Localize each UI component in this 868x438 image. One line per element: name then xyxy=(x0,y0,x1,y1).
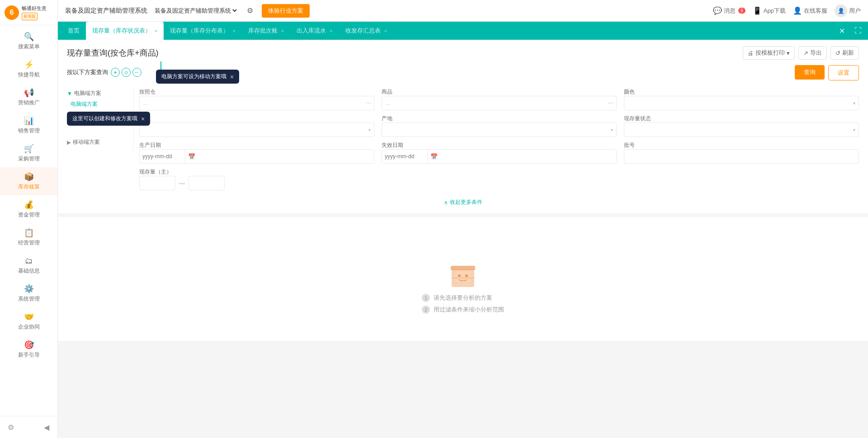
set-button[interactable]: 设置 xyxy=(828,65,859,80)
marketing-icon: 📢 xyxy=(24,88,34,98)
filter-size: 尺码 ▾ xyxy=(139,115,374,137)
template-print-label: 按模板打印 xyxy=(755,49,785,57)
sidebar-item-label-search: 搜索菜单 xyxy=(18,43,40,51)
production-date-cal-icon[interactable]: 📅 xyxy=(185,150,198,163)
batch-no-input[interactable] xyxy=(624,149,859,164)
sidebar-item-label-base: 基础信息 xyxy=(18,267,40,275)
expire-date-start[interactable] xyxy=(382,150,427,163)
tab-recv-summary[interactable]: 收发存汇总表 × xyxy=(339,22,393,40)
tooltip1-text: 电脑方案可设为移动方案哦 xyxy=(161,73,226,80)
template-print-button[interactable]: 🖨 按模板打印 ▾ xyxy=(743,46,795,60)
filter-inventory-amount: 现存量（主） — xyxy=(139,168,225,190)
sidebar-item-finance[interactable]: 💰 资金管理 xyxy=(0,195,57,223)
origin-input[interactable] xyxy=(382,122,617,137)
size-input[interactable] xyxy=(139,122,374,137)
sidebar-item-label-enterprise: 企业协同 xyxy=(18,323,40,331)
query-button[interactable]: 查询 xyxy=(795,65,825,80)
tab-inventory-dist[interactable]: 现存量（库存分布表） × xyxy=(164,22,241,40)
warehouse-more-icon[interactable]: ··· xyxy=(366,99,372,107)
inventory-status-input[interactable] xyxy=(624,122,859,137)
user-action[interactable]: 👤 用户 xyxy=(835,5,861,17)
header-settings-icon[interactable]: ⚙ xyxy=(244,5,256,17)
tab-home[interactable]: 首页 xyxy=(61,22,86,40)
sidebar-collapse-icon[interactable]: ◀ xyxy=(40,421,53,433)
sidebar-item-guide[interactable]: 🎯 新手引导 xyxy=(0,335,57,363)
sidebar-item-system[interactable]: ⚙️ 系统管理 xyxy=(0,279,57,307)
system-select[interactable]: 装备及固定资产辅助管理系统 xyxy=(153,7,238,14)
hint-num-2: 2 xyxy=(422,306,430,314)
inventory-icon: 📦 xyxy=(24,172,34,182)
desktop-scheme-item[interactable]: 电脑端方案 xyxy=(67,99,128,110)
finance-icon: 💰 xyxy=(24,200,34,210)
add-scheme-button[interactable]: + xyxy=(111,68,120,77)
system-name: 装备及固定资产辅助管理系统 xyxy=(65,7,147,15)
template-dropdown-icon: ▾ xyxy=(787,50,790,57)
tab-fullscreen-icon[interactable]: ⛶ xyxy=(852,24,864,37)
production-date-start[interactable] xyxy=(140,150,185,163)
expire-date-label: 失效日期 xyxy=(382,141,617,149)
expire-date-cal-icon[interactable]: 📅 xyxy=(427,150,440,163)
empty-illustration xyxy=(443,253,483,294)
avatar: 👤 xyxy=(835,5,847,17)
scheme-panel: ▼ 电脑端方案 电脑端方案 这里可以创建和修改方案哦 × xyxy=(67,88,134,150)
inventory-amount-min[interactable] xyxy=(139,176,175,190)
logo: 6 畅通好生意 标准版 xyxy=(0,0,57,25)
tab-inventory-dist-label: 现存量（库存分布表） xyxy=(170,27,229,35)
sidebar-item-label-sales: 销售管理 xyxy=(18,127,40,135)
sidebar-bottom: ⚙ ◀ xyxy=(0,416,57,438)
tab-inventory-status-close[interactable]: × xyxy=(155,28,157,33)
refresh-button[interactable]: ↺ 刷新 xyxy=(830,46,859,60)
sidebar-item-enterprise[interactable]: 🤝 企业协同 xyxy=(0,307,57,335)
sidebar-item-label-inventory: 库存核算 xyxy=(18,183,40,191)
collapse-button[interactable]: ∧ 收起更多条件 xyxy=(444,198,482,206)
filter-label-text: 按以下方案查询 xyxy=(67,68,108,76)
export-button[interactable]: ↗ 导出 xyxy=(798,46,827,60)
sidebar-item-marketing[interactable]: 📢 营销推广 xyxy=(0,83,57,111)
industry-button[interactable]: 体验行业方案 xyxy=(262,4,310,18)
back-scheme-button[interactable]: ← xyxy=(132,68,142,77)
goods-more-icon[interactable]: ··· xyxy=(608,99,614,107)
color-input[interactable] xyxy=(624,96,859,110)
tab-in-out-flow-close[interactable]: × xyxy=(330,28,332,33)
copy-scheme-button[interactable]: ⊙ xyxy=(122,68,131,77)
tab-in-out-flow[interactable]: 出入库流水 × xyxy=(290,22,339,40)
mobile-scheme-toggle[interactable]: ▶ 移动端方案 xyxy=(67,137,128,147)
tab-batch-ledger-close[interactable]: × xyxy=(281,28,284,33)
size-label: 尺码 xyxy=(139,115,374,122)
online-support-action[interactable]: 👤 在线客服 xyxy=(793,6,827,15)
page-header: 现存量查询(按仓库+商品) 🖨 按模板打印 ▾ ↗ 导出 ↺ 刷新 xyxy=(58,40,868,60)
tab-close-all-icon[interactable]: ✕ xyxy=(835,24,848,37)
system-icon: ⚙️ xyxy=(24,284,34,294)
sidebar-item-quicknav[interactable]: ⚡ 快捷导航 xyxy=(0,55,57,83)
warehouse-input[interactable] xyxy=(139,96,374,110)
production-date-label: 生产日期 xyxy=(139,141,374,149)
goods-input-wrap: ··· xyxy=(382,96,617,110)
tooltip1-close[interactable]: × xyxy=(230,73,234,80)
arrow-down-icon: ▼ xyxy=(67,90,72,97)
main-content: 装备及固定资产辅助管理系统 装备及固定资产辅助管理系统 ⚙ 体验行业方案 💬 消… xyxy=(58,0,868,438)
sidebar-item-inventory[interactable]: 📦 库存核算 xyxy=(0,167,57,195)
sidebar-item-sales[interactable]: 📊 销售管理 xyxy=(0,111,57,139)
goods-input[interactable] xyxy=(382,96,617,110)
tab-batch-ledger[interactable]: 库存批次账 × xyxy=(242,22,290,40)
sidebar-item-label-operation: 经营管理 xyxy=(18,239,40,247)
filter-label-row: 按以下方案查询 + ⊙ ← xyxy=(67,65,142,80)
notification-action[interactable]: 💬 消息 6 xyxy=(713,6,745,15)
tab-in-out-flow-label: 出入库流水 xyxy=(297,27,326,35)
sidebar-item-base[interactable]: 🗂 基础信息 xyxy=(0,251,57,279)
logo-badge: 标准版 xyxy=(22,13,38,20)
inventory-amount-max[interactable] xyxy=(189,176,225,190)
sidebar-item-purchase[interactable]: 🛒 采购管理 xyxy=(0,139,57,167)
sidebar-item-search[interactable]: 🔍 搜索菜单 xyxy=(0,27,57,55)
tooltip2-close[interactable]: × xyxy=(141,115,145,122)
sidebar-item-operation[interactable]: 📋 经营管理 xyxy=(0,223,57,251)
tab-inventory-status[interactable]: 现存量（库存状况表） × xyxy=(86,22,164,40)
tab-recv-summary-close[interactable]: × xyxy=(384,28,387,33)
tab-inventory-dist-close[interactable]: × xyxy=(232,28,235,33)
batch-no-input-wrap xyxy=(624,149,859,164)
sidebar-settings-icon[interactable]: ⚙ xyxy=(5,421,17,433)
empty-hints: 1 请先选择要分析的方案 2 用过滤条件来缩小分析范围 xyxy=(422,294,504,314)
desktop-scheme-toggle[interactable]: ▼ 电脑端方案 xyxy=(67,88,128,99)
app-download-action[interactable]: 📱 App下载 xyxy=(753,6,786,15)
mobile-scheme-section: ▶ 移动端方案 xyxy=(67,137,128,147)
